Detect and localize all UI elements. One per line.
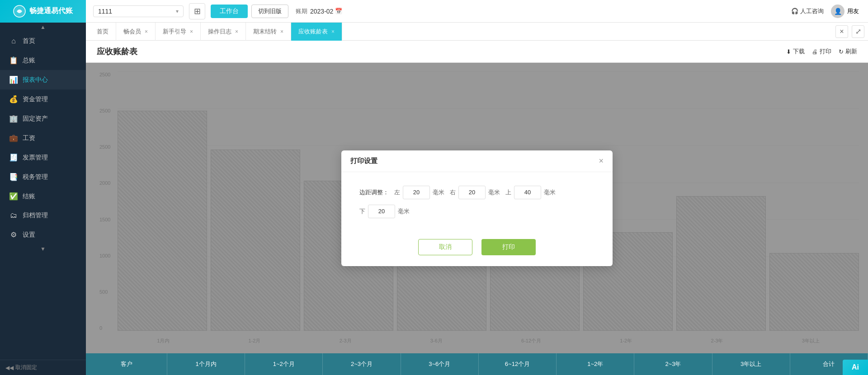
left-direction-label: 左 <box>394 188 400 197</box>
col-3plus-year: 3年以上 <box>712 353 790 375</box>
col-2-3month: 2~3个月 <box>323 353 401 375</box>
sidebar-item-invoice[interactable]: 🧾 发票管理 <box>0 148 86 167</box>
sidebar-item-archive[interactable]: 🗂 归档管理 <box>0 206 86 225</box>
page-header: 应收账龄表 ⬇ 下载 🖨 打印 ↻ 刷新 <box>86 41 868 63</box>
main-layout: ▲ ⌂ 首页 📋 总账 📊 报表中心 💰 资金管理 🏢 固定资产 💼 工资 🧾 … <box>0 23 868 375</box>
download-button[interactable]: ⬇ 下载 <box>786 47 805 56</box>
sidebar-item-payroll[interactable]: 💼 工资 <box>0 128 86 148</box>
margin-bottom-group: 下 毫米 <box>359 205 410 218</box>
period-label: 账期 <box>296 7 307 15</box>
chart-area: 0 500 1000 1500 2000 2500 2500 2500 <box>86 63 868 353</box>
top-unit-label: 毫米 <box>544 188 556 197</box>
col-2-3year: 2~3年 <box>634 353 712 375</box>
sidebar-label-closing: 结账 <box>23 192 35 201</box>
maximize-tab-button[interactable]: ⤢ <box>852 25 864 38</box>
workbench-button[interactable]: 工作台 <box>211 5 248 18</box>
close-tab-button[interactable]: × <box>835 25 848 38</box>
margin-top-input[interactable] <box>514 186 541 199</box>
headset-icon: 🎧 <box>791 8 798 14</box>
tab-oplog-label: 操作日志 <box>208 28 231 36</box>
sidebar-scroll-up[interactable]: ▲ <box>0 23 86 32</box>
header-right: 🎧 人工咨询 👤 用友 <box>791 5 859 18</box>
sidebar-label-settings: 设置 <box>23 231 35 239</box>
sidebar-scroll-down[interactable]: ▼ <box>0 244 86 253</box>
logo-area: 畅捷通易代账 <box>0 0 86 23</box>
sidebar-item-closing[interactable]: ✅ 结账 <box>0 187 86 206</box>
tab-oplog-close[interactable]: × <box>235 28 238 35</box>
ledger-icon: 📋 <box>9 56 18 65</box>
tab-ar-aging-close[interactable]: × <box>331 28 335 35</box>
margin-row: 边距调整： 左 毫米 右 毫米 <box>359 186 594 218</box>
sidebar-item-assets[interactable]: 🏢 固定资产 <box>0 109 86 128</box>
margin-right-group: 右 毫米 <box>450 186 500 199</box>
tab-period-end-close[interactable]: × <box>280 28 283 35</box>
table-footer: 客户 1个月内 1~2个月 2~3个月 3~6个月 6~12个月 <box>86 353 868 375</box>
margin-right-input[interactable] <box>458 186 486 199</box>
cloud-button[interactable]: ⊞ <box>189 3 205 19</box>
tabs-bar: 首页 畅会员 × 新手引导 × 操作日志 × 期末结转 × 应收账龄表 × <box>86 23 868 41</box>
cancel-button[interactable]: 取消 <box>418 239 472 255</box>
left-unit-label: 毫米 <box>433 188 444 197</box>
sidebar-label-payroll: 工资 <box>23 134 35 142</box>
margin-top-group: 上 毫米 <box>505 186 556 199</box>
sidebar-item-reports[interactable]: 📊 报表中心 <box>0 70 86 89</box>
payroll-icon: 💼 <box>9 134 18 142</box>
refresh-button[interactable]: ↻ 刷新 <box>839 47 857 56</box>
avatar: 👤 <box>831 5 844 18</box>
print-button[interactable]: 🖨 打印 <box>812 47 831 56</box>
modal-body: 边距调整： 左 毫米 右 毫米 <box>341 172 613 232</box>
confirm-print-button[interactable]: 打印 <box>481 239 536 255</box>
top-header: 畅捷通易代账 1111 ▾ ⊞ 工作台 切到旧版 账期 2023-02 📅 🎧 … <box>0 0 868 23</box>
sidebar-item-ledger[interactable]: 📋 总账 <box>0 51 86 70</box>
tab-guide[interactable]: 新手引导 × <box>156 23 201 41</box>
print-settings-modal: 打印设置 × 边距调整： 左 毫米 <box>341 150 613 266</box>
print-label: 打印 <box>820 47 831 56</box>
assets-icon: 🏢 <box>9 114 18 123</box>
sidebar-label-invoice: 发票管理 <box>23 154 48 162</box>
cloud-icon: ⊞ <box>194 6 201 16</box>
modal-header: 打印设置 × <box>341 150 613 172</box>
home-icon: ⌂ <box>9 37 18 45</box>
modal-close-button[interactable]: × <box>599 157 604 165</box>
user-name: 用友 <box>847 7 859 15</box>
bottom-direction-label: 下 <box>359 207 365 216</box>
margin-left-input[interactable] <box>403 186 430 199</box>
logo-icon <box>13 5 26 18</box>
user-area[interactable]: 👤 用友 <box>831 5 859 18</box>
calendar-icon[interactable]: 📅 <box>335 8 342 14</box>
tab-oplog[interactable]: 操作日志 × <box>201 23 246 41</box>
tab-home[interactable]: 首页 <box>90 23 116 41</box>
tab-member-label: 畅会员 <box>123 28 141 36</box>
bottom-unit-label: 毫米 <box>398 207 410 216</box>
margin-bottom-input[interactable] <box>368 205 395 218</box>
period-value: 2023-02 <box>310 8 333 15</box>
sidebar-item-tax[interactable]: 📑 税务管理 <box>0 167 86 187</box>
company-selector[interactable]: 1111 ▾ <box>93 5 184 17</box>
ai-badge[interactable]: Ai <box>843 360 868 375</box>
tab-home-label: 首页 <box>97 28 108 36</box>
tab-member[interactable]: 畅会员 × <box>116 23 156 41</box>
tab-period-end-label: 期末结转 <box>253 28 277 36</box>
print-icon: 🖨 <box>812 48 818 55</box>
closing-icon: ✅ <box>9 192 18 201</box>
right-direction-label: 右 <box>450 188 456 197</box>
tab-period-end[interactable]: 期末结转 × <box>246 23 291 41</box>
margin-left-group: 左 毫米 <box>394 186 444 199</box>
sidebar-item-home[interactable]: ⌂ 首页 <box>0 32 86 51</box>
margin-label: 边距调整： <box>359 188 389 197</box>
col-6-12month: 6~12个月 <box>479 353 557 375</box>
tab-ar-aging-label: 应收账龄表 <box>298 28 328 36</box>
tab-guide-close[interactable]: × <box>190 28 193 35</box>
page-content: 0 500 1000 1500 2000 2500 2500 2500 <box>86 63 868 375</box>
col-1-2year: 1~2年 <box>557 353 634 375</box>
support-button[interactable]: 🎧 人工咨询 <box>791 7 824 15</box>
sidebar-collapse-button[interactable]: ◀◀ 取消固定 <box>0 360 86 375</box>
tab-member-close[interactable]: × <box>145 28 148 35</box>
col-customer: 客户 <box>86 353 167 375</box>
sidebar-label-ledger: 总账 <box>23 56 35 65</box>
settings-icon: ⚙ <box>9 230 18 239</box>
switch-version-button[interactable]: 切到旧版 <box>251 5 288 18</box>
tab-ar-aging[interactable]: 应收账龄表 × <box>291 23 342 41</box>
sidebar-item-settings[interactable]: ⚙ 设置 <box>0 225 86 244</box>
sidebar-item-funds[interactable]: 💰 资金管理 <box>0 89 86 109</box>
